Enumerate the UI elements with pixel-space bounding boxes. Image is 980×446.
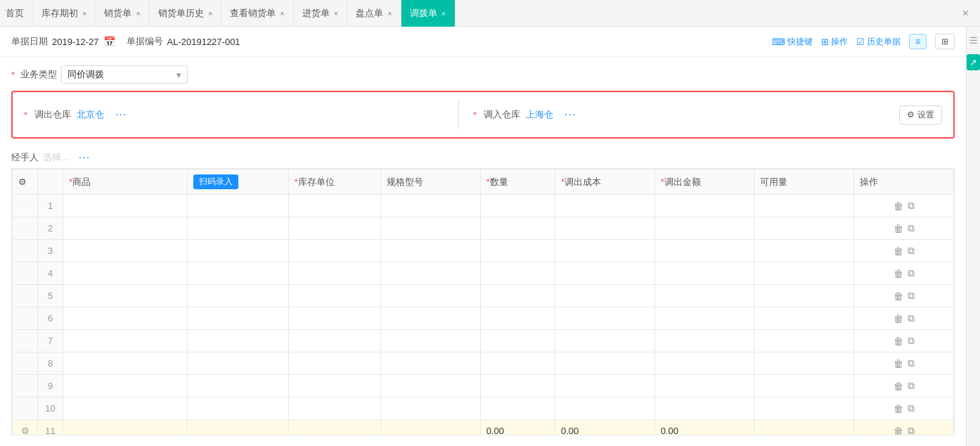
row-cost-cell[interactable] — [555, 330, 655, 352]
copy-icon[interactable]: ⧉ — [908, 200, 915, 212]
row-qty-cell[interactable] — [480, 307, 555, 330]
row-cost-cell[interactable] — [555, 375, 655, 397]
row-qty-cell[interactable] — [480, 217, 555, 240]
row-qty-cell[interactable] — [480, 240, 555, 262]
delete-icon[interactable]: 🗑 — [894, 313, 903, 324]
tab-purchase-order[interactable]: 进货单 × — [294, 0, 347, 27]
calendar-icon[interactable]: 📅 — [103, 36, 115, 47]
row-amount-cell[interactable] — [655, 352, 754, 375]
business-type-select[interactable]: 同价调拨 ▾ — [61, 65, 188, 84]
copy-icon[interactable]: ⧉ — [908, 335, 915, 347]
layout-list-button[interactable]: ≡ — [909, 34, 927, 49]
settings-gear-icon[interactable]: ⚙ — [18, 177, 27, 187]
tab-sales-history-close[interactable]: × — [208, 9, 212, 18]
layout-grid-button[interactable]: ⊞ — [935, 34, 955, 49]
row-cost-cell[interactable] — [555, 195, 655, 217]
row-product-cell[interactable] — [63, 285, 188, 307]
row-product-cell[interactable] — [63, 375, 188, 397]
out-warehouse-more-icon[interactable]: ··· — [115, 108, 127, 121]
tab-transfer-order[interactable]: 调拨单 × — [401, 0, 455, 27]
subtotal-gear-icon[interactable]: ⚙ — [21, 426, 30, 435]
delete-icon[interactable]: 🗑 — [894, 381, 903, 392]
row-amount-cell[interactable] — [655, 330, 754, 352]
row-qty-cell[interactable] — [480, 375, 555, 397]
row-amount-cell[interactable] — [655, 195, 754, 217]
delete-icon[interactable]: 🗑 — [894, 426, 903, 436]
row-cost-cell[interactable] — [555, 397, 655, 420]
row-amount-cell[interactable] — [655, 375, 754, 397]
row-amount-cell[interactable] — [655, 397, 754, 420]
row-amount-cell[interactable] — [655, 217, 754, 240]
col-header-settings[interactable]: ⚙ — [13, 170, 38, 195]
row-qty-cell[interactable] — [480, 330, 555, 352]
handler-more-icon[interactable]: ··· — [79, 151, 90, 164]
tab-inventory-check[interactable]: 盘点单 × — [347, 0, 401, 27]
tab-sales-order-close[interactable]: × — [136, 9, 140, 18]
in-warehouse-more-icon[interactable]: ··· — [565, 108, 576, 121]
row-qty-cell[interactable] — [480, 352, 555, 375]
tab-view-sales[interactable]: 查看销货单 × — [221, 0, 293, 27]
row-amount-cell[interactable] — [655, 285, 754, 307]
tab-transfer-order-label: 调拨单 — [410, 7, 437, 20]
delete-icon[interactable]: 🗑 — [894, 200, 903, 212]
copy-icon[interactable]: ⧉ — [908, 290, 915, 302]
delete-icon[interactable]: 🗑 — [894, 291, 903, 302]
tab-inventory-check-close[interactable]: × — [387, 9, 392, 18]
copy-icon[interactable]: ⧉ — [908, 267, 915, 279]
tab-inventory-init[interactable]: 库存期初 × — [33, 0, 96, 27]
row-cost-cell[interactable] — [555, 240, 655, 262]
delete-icon[interactable]: 🗑 — [894, 268, 903, 279]
tab-sales-history[interactable]: 销货单历史 × — [150, 0, 221, 27]
tab-inventory-init-close[interactable]: × — [82, 9, 86, 18]
sidebar-external-icon[interactable]: ↗ — [967, 54, 980, 70]
row-amount-cell[interactable] — [655, 262, 754, 285]
tab-transfer-order-close[interactable]: × — [441, 9, 446, 18]
date-value[interactable]: 2019-12-27 — [52, 37, 99, 47]
row-cost-cell[interactable] — [555, 285, 655, 307]
sidebar-list-icon[interactable]: ☰ — [967, 32, 981, 49]
tab-home[interactable]: 首页 — [6, 0, 33, 27]
copy-icon[interactable]: ⧉ — [908, 380, 915, 392]
delete-icon[interactable]: 🗑 — [894, 246, 903, 257]
operations-button[interactable]: ⊞ 操作 — [821, 36, 848, 48]
delete-icon[interactable]: 🗑 — [894, 336, 903, 347]
delete-icon[interactable]: 🗑 — [894, 403, 903, 414]
shortcuts-button[interactable]: ⌨ 快捷键 — [772, 36, 813, 48]
row-product-cell[interactable] — [63, 330, 188, 352]
row-qty-cell[interactable] — [480, 285, 555, 307]
row-qty-cell[interactable] — [480, 397, 555, 420]
row-amount-cell[interactable] — [655, 307, 754, 330]
copy-icon[interactable]: ⧉ — [908, 245, 915, 257]
tab-sales-order[interactable]: 销货单 × — [96, 0, 149, 27]
tab-view-sales-close[interactable]: × — [280, 9, 284, 18]
scan-button[interactable]: 扫码录入 — [193, 174, 238, 189]
row-cost-cell[interactable] — [555, 217, 655, 240]
tab-purchase-order-close[interactable]: × — [334, 9, 338, 18]
row-product-cell[interactable] — [63, 352, 188, 375]
row-product-cell[interactable] — [63, 262, 188, 285]
row-qty-cell[interactable] — [480, 195, 555, 217]
copy-icon[interactable]: ⧉ — [908, 357, 915, 369]
history-button[interactable]: ☑ 历史单据 — [856, 36, 901, 48]
settings-button[interactable]: ⚙ 设置 — [899, 106, 942, 125]
out-warehouse-value[interactable]: 北京仓 — [77, 108, 104, 121]
row-qty-cell[interactable] — [480, 262, 555, 285]
row-cost-cell[interactable] — [555, 262, 655, 285]
row-product-cell[interactable] — [63, 195, 188, 217]
handler-select[interactable]: 选择... — [43, 151, 69, 164]
row-product-cell[interactable] — [63, 307, 188, 330]
row-amount-cell[interactable] — [655, 240, 754, 262]
delete-icon[interactable]: 🗑 — [894, 223, 903, 234]
row-product-cell[interactable] — [63, 217, 188, 240]
row-cost-cell[interactable] — [555, 307, 655, 330]
row-cost-cell[interactable] — [555, 352, 655, 375]
row-product-cell[interactable] — [63, 397, 188, 420]
copy-icon[interactable]: ⧉ — [908, 312, 915, 324]
copy-icon[interactable]: ⧉ — [908, 222, 915, 234]
in-warehouse-value[interactable]: 上海仓 — [526, 108, 553, 121]
row-product-cell[interactable] — [63, 240, 188, 262]
copy-icon[interactable]: ⧉ — [908, 425, 915, 435]
global-close-button[interactable]: × — [957, 7, 974, 20]
copy-icon[interactable]: ⧉ — [908, 402, 915, 414]
delete-icon[interactable]: 🗑 — [894, 358, 903, 369]
